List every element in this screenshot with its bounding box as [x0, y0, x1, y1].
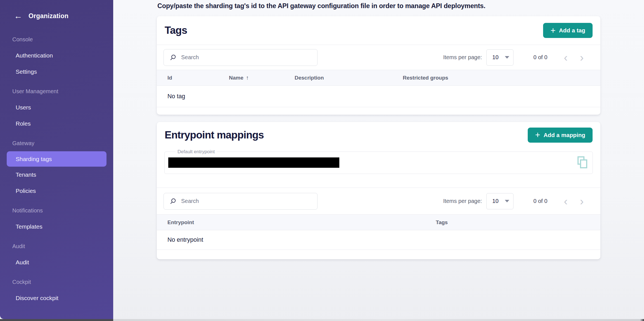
- sidebar-section-notifications: Notifications: [0, 202, 113, 219]
- items-per-page-select[interactable]: 10: [486, 49, 513, 66]
- spacer: [157, 174, 600, 188]
- items-per-page-select[interactable]: 10: [486, 193, 513, 209]
- chevron-left-icon[interactable]: ‹: [564, 52, 567, 63]
- sidebar-item-authentication[interactable]: Authentication: [0, 47, 113, 64]
- main-content: Copy/paste the sharding tag's id to the …: [113, 0, 644, 319]
- column-header-entrypoint: Entrypoint: [167, 219, 436, 226]
- mappings-card-title: Entrypoint mappings: [165, 129, 264, 141]
- tags-paginator: Items per page: 10 0 of 0 ‹ ›: [443, 49, 584, 66]
- items-per-page-value: 10: [492, 198, 498, 204]
- sidebar-item-tenants[interactable]: Tenants: [0, 167, 113, 183]
- mappings-search: [164, 193, 318, 210]
- sidebar-back-button[interactable]: ← Organization: [0, 0, 113, 28]
- sidebar-nav: Console Authentication Settings User Man…: [0, 31, 113, 306]
- mappings-empty-row: No entrypoint: [157, 230, 600, 250]
- arrow-left-icon[interactable]: ←: [14, 12, 22, 20]
- sidebar: ← Organization Console Authentication Se…: [0, 0, 113, 319]
- chevron-right-icon[interactable]: ›: [580, 196, 584, 207]
- sidebar-item-policies[interactable]: Policies: [0, 183, 113, 199]
- mappings-paginator: Items per page: 10 0 of 0 ‹ ›: [443, 193, 584, 209]
- tags-card: Tags + Add a tag Items per page: 10: [157, 16, 600, 115]
- column-header-name-label: Name: [229, 75, 243, 81]
- column-header-name[interactable]: Name ↑: [229, 75, 295, 81]
- mappings-table-header: Entrypoint Tags: [157, 214, 600, 230]
- sort-asc-icon: ↑: [246, 75, 249, 81]
- chevron-left-icon[interactable]: ‹: [564, 196, 567, 207]
- column-header-restricted-groups: Restricted groups: [403, 75, 448, 81]
- sidebar-item-roles[interactable]: Roles: [0, 116, 113, 132]
- tags-toolbar: Items per page: 10 0 of 0 ‹ ›: [157, 45, 600, 70]
- page-range-label: 0 of 0: [529, 54, 552, 61]
- sidebar-section-console: Console: [0, 31, 113, 47]
- column-header-tags: Tags: [436, 219, 448, 226]
- sidebar-item-users[interactable]: Users: [0, 99, 113, 116]
- items-per-page-value: 10: [492, 54, 498, 61]
- mappings-card-header: Entrypoint mappings + Add a mapping: [157, 122, 600, 148]
- mappings-search-input[interactable]: [164, 193, 318, 210]
- copy-icon: [577, 156, 588, 169]
- add-tag-button[interactable]: + Add a tag: [543, 23, 593, 38]
- search-icon: [170, 198, 177, 205]
- default-entrypoint-field: Default entrypoint: [164, 152, 593, 174]
- tags-search: [164, 49, 318, 66]
- add-tag-button-label: Add a tag: [559, 27, 585, 34]
- sidebar-item-sharding-tags[interactable]: Sharding tags: [7, 151, 106, 167]
- sidebar-item-discover-cockpit[interactable]: Discover cockpit: [0, 290, 113, 306]
- mappings-empty-message: No entrypoint: [167, 236, 203, 243]
- sidebar-section-gateway: Gateway: [0, 135, 113, 151]
- add-mapping-button-label: Add a mapping: [544, 132, 585, 138]
- plus-icon: +: [535, 131, 540, 139]
- column-header-description: Description: [295, 75, 403, 81]
- sidebar-section-cockpit: Cockpit: [0, 274, 113, 290]
- page-range-label: 0 of 0: [529, 198, 552, 204]
- tags-empty-row: No tag: [157, 86, 600, 107]
- sidebar-title: Organization: [29, 12, 68, 20]
- entrypoint-mappings-card: Entrypoint mappings + Add a mapping Defa…: [157, 122, 600, 259]
- items-per-page-label: Items per page:: [443, 198, 482, 204]
- tags-table-header: Id Name ↑ Description Restricted groups: [157, 70, 600, 86]
- sidebar-item-audit[interactable]: Audit: [0, 254, 113, 270]
- sidebar-item-settings[interactable]: Settings: [0, 64, 113, 80]
- chevron-down-icon: [505, 56, 509, 59]
- tags-card-header: Tags + Add a tag: [157, 16, 600, 45]
- copy-button[interactable]: [577, 156, 588, 169]
- sidebar-section-audit: Audit: [0, 238, 113, 254]
- plus-icon: +: [550, 26, 555, 35]
- add-mapping-button[interactable]: + Add a mapping: [528, 128, 593, 143]
- items-per-page-label: Items per page:: [443, 54, 482, 61]
- page-instruction: Copy/paste the sharding tag's id to the …: [157, 2, 644, 10]
- chevron-right-icon[interactable]: ›: [580, 52, 584, 63]
- sidebar-section-user-management: User Management: [0, 83, 113, 99]
- tags-empty-message: No tag: [167, 93, 185, 100]
- chevron-down-icon: [505, 200, 509, 202]
- sidebar-item-templates[interactable]: Templates: [0, 219, 113, 235]
- mappings-toolbar: Items per page: 10 0 of 0 ‹ ›: [157, 188, 600, 214]
- default-entrypoint-value-redacted: [168, 157, 339, 168]
- tags-card-title: Tags: [165, 25, 187, 36]
- tags-search-input[interactable]: [164, 49, 318, 66]
- window-bottom-edge: [0, 319, 644, 321]
- column-header-id: Id: [167, 75, 229, 81]
- default-entrypoint-label: Default entrypoint: [176, 149, 217, 155]
- search-icon: [170, 54, 177, 61]
